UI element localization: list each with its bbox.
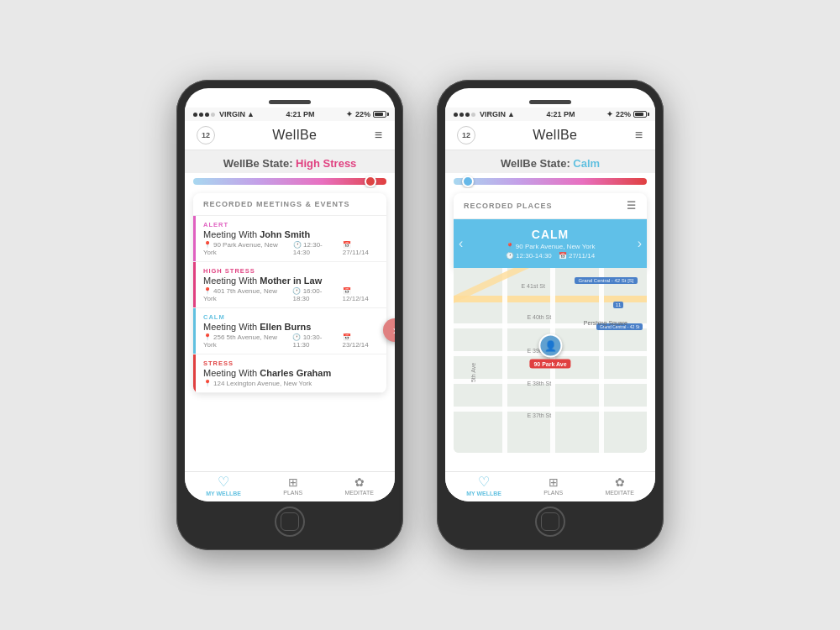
place-time-meta: 🕐 12:30-14:30 📅 27/11/14 <box>479 252 622 260</box>
meeting-badge-2: CALM <box>203 313 376 321</box>
state-header-1: WellBe State: High Stress <box>185 150 395 173</box>
avenue-label-1: 5th Ave <box>470 363 476 382</box>
wifi-icon: ▲ <box>247 110 255 118</box>
place-state: CALM <box>479 228 622 241</box>
nav-title-1: WellBe <box>272 128 317 143</box>
main-content-2: RECORDED PLACES ☰ ‹ CALM 📍 90 Park Avenu… <box>445 188 655 471</box>
nav-bar-2: 12 WellBe ≡ <box>445 121 655 150</box>
signal-4 <box>211 113 215 117</box>
tab-plans-2[interactable]: ⊞ PLANS <box>543 476 563 496</box>
home-button-2[interactable] <box>535 507 565 537</box>
state-label-1: WellBe State: <box>223 157 296 170</box>
meeting-addr-2: 📍256 5th Avenue, New York <box>203 333 286 349</box>
street-label-5: E 37th St <box>527 412 551 418</box>
phone-1-screen: VIRGIN ▲ 4:21 PM ✦ 22% 12 WellBe ≡ <box>185 88 395 501</box>
meeting-meta-2: 📍256 5th Avenue, New York 🕐 10:30-11:30 … <box>203 333 376 349</box>
tab-label-wellbe-1: MY WELLBE <box>206 491 241 496</box>
pershing-square-label: Pershing Square <box>584 320 627 326</box>
meeting-date-2: 📅 23/12/14 <box>343 333 376 349</box>
home-button-1[interactable] <box>275 507 305 537</box>
place-addr: 📍 90 Park Avenue, New York <box>506 243 596 250</box>
battery-icon-2 <box>633 111 647 118</box>
status-bar-1: VIRGIN ▲ 4:21 PM ✦ 22% <box>185 108 395 121</box>
stress-indicator-1 <box>365 176 376 187</box>
meeting-item-2[interactable]: CALM Meeting With Ellen Burns 📍256 5th A… <box>193 308 386 354</box>
meditate-icon-1: ✿ <box>354 476 365 488</box>
battery-pct-2: 22% <box>616 110 631 118</box>
card-title-1: RECORDED MEETINGS & EVENTS <box>203 200 350 208</box>
nav-menu-2[interactable]: ≡ <box>635 128 643 143</box>
next-place-button[interactable]: › <box>638 236 642 251</box>
signal-3 <box>205 113 209 117</box>
signal-1 <box>193 113 197 117</box>
battery-fill <box>375 113 383 116</box>
street-label-2: E 40th St <box>527 314 551 320</box>
pin-avatar: 👤 <box>538 334 562 358</box>
phone-2: VIRGIN ▲ 4:21 PM ✦ 22% 12 WellBe ≡ <box>437 80 664 550</box>
list-icon[interactable]: ☰ <box>627 200 637 212</box>
meeting-item-3[interactable]: STRESS Meeting With Charles Graham 📍124 … <box>193 354 386 393</box>
place-date: 📅 27/11/14 <box>559 252 595 260</box>
calm-banner: ‹ CALM 📍 90 Park Avenue, New York 🕐 12:3… <box>454 219 647 268</box>
meeting-title-1: Meeting With Mother in Law <box>203 276 376 286</box>
meeting-badge-0: ALERT <box>203 221 376 228</box>
phone-1: VIRGIN ▲ 4:21 PM ✦ 22% 12 WellBe ≡ <box>176 80 403 550</box>
wifi-icon-2: ▲ <box>507 110 515 118</box>
bluetooth-icon: ✦ <box>346 110 353 118</box>
street-label-1: E 41st St <box>522 283 545 289</box>
heartbeat-icon-1: ♡ <box>218 475 229 489</box>
carrier-1: VIRGIN <box>219 110 245 118</box>
meeting-addr-1: 📍401 7th Avenue, New York <box>203 287 286 302</box>
tab-my-wellbe-2[interactable]: ♡ MY WELLBE <box>466 475 501 496</box>
tab-meditate-2[interactable]: ✿ MEDITATE <box>606 476 634 496</box>
meeting-date-0: 📅 27/11/14 <box>343 241 376 256</box>
bluetooth-icon-2: ✦ <box>606 110 613 118</box>
battery-pct-1: 22% <box>355 110 370 118</box>
speaker-2 <box>529 100 571 104</box>
nav-menu-1[interactable]: ≡ <box>375 128 383 143</box>
meeting-addr-0: 📍90 Park Avenue, New York <box>203 241 286 256</box>
meeting-meta-0: 📍90 Park Avenue, New York 🕐 12:30-14:30 … <box>203 241 376 256</box>
home-button-inner-2 <box>541 512 559 531</box>
meeting-meta-1: 📍401 7th Avenue, New York 🕐 16:00-18:30 … <box>203 287 376 302</box>
heartbeat-icon-2: ♡ <box>478 475 490 489</box>
meeting-addr-3: 📍124 Lexington Avenue, New York <box>203 380 312 387</box>
street-label-4: E 38th St <box>527 381 551 386</box>
status-right-1: ✦ 22% <box>346 110 386 118</box>
carrier-2: VIRGIN <box>480 110 506 118</box>
prev-place-button[interactable]: ‹ <box>459 236 463 251</box>
status-left-2: VIRGIN ▲ <box>454 110 515 118</box>
nav-bar-1: 12 WellBe ≡ <box>185 121 395 150</box>
stress-gradient-1 <box>193 178 386 185</box>
signal-1-2 <box>454 113 458 117</box>
card-title-2: RECORDED PLACES <box>464 202 553 210</box>
home-button-inner-1 <box>281 512 299 531</box>
meeting-badge-3: STRESS <box>203 360 376 367</box>
meeting-title-3: Meeting With Charles Graham <box>203 368 376 378</box>
battery-fill-2 <box>635 113 643 116</box>
calm-indicator <box>462 176 474 187</box>
tab-my-wellbe-1[interactable]: ♡ MY WELLBE <box>206 475 241 496</box>
poi-grand-central-1: Grand Central - 42 St [S] <box>575 277 637 284</box>
plans-icon-2: ⊞ <box>549 476 559 488</box>
meeting-item-1[interactable]: HIGH STRESS Meeting With Mother in Law 📍… <box>193 262 386 308</box>
state-header-2: WellBe State: Calm <box>445 150 655 173</box>
state-value-2: Calm <box>573 157 600 170</box>
nav-title-2: WellBe <box>533 128 577 143</box>
meeting-date-1: 📅 12/12/14 <box>343 287 376 302</box>
tab-label-meditate-2: MEDITATE <box>606 490 634 496</box>
meeting-item-0[interactable]: ALERT Meeting With John Smith 📍90 Park A… <box>193 216 386 262</box>
tab-plans-1[interactable]: ⊞ PLANS <box>283 476 302 496</box>
tab-meditate-1[interactable]: ✿ MEDITATE <box>345 476 374 496</box>
status-right-2: ✦ 22% <box>606 110 647 118</box>
plans-icon-1: ⊞ <box>288 476 298 488</box>
pin-label: 90 Park Ave <box>529 360 570 369</box>
tab-label-wellbe-2: MY WELLBE <box>466 491 501 496</box>
tab-label-plans-1: PLANS <box>283 490 302 496</box>
status-bar-2: VIRGIN ▲ 4:21 PM ✦ 22% <box>445 108 655 121</box>
meetings-card: RECORDED MEETINGS & EVENTS ALERT Meeting… <box>193 193 386 393</box>
status-left: VIRGIN ▲ <box>193 110 255 118</box>
tab-bar-2: ♡ MY WELLBE ⊞ PLANS ✿ MEDITATE <box>445 471 655 501</box>
map-container: E 41st St E 40th St E 39th St E 38th St … <box>454 268 647 453</box>
stress-gradient-2 <box>454 178 647 185</box>
